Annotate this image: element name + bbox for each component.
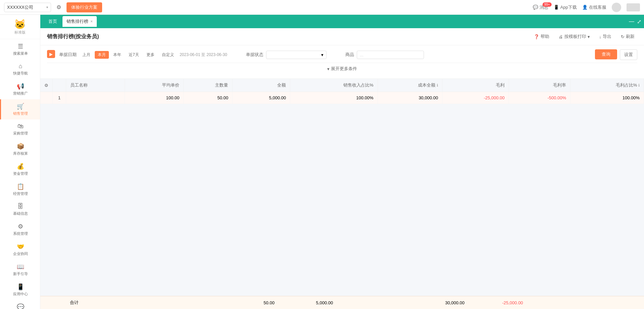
collab-icon: 🤝 bbox=[17, 243, 24, 250]
tab-minimize-button[interactable]: — bbox=[629, 18, 634, 24]
sidebar-item-base[interactable]: 🗄 基础信息 bbox=[0, 200, 40, 219]
date-current-btn[interactable]: 本月 bbox=[95, 51, 109, 59]
date-prev-btn[interactable]: 上月 bbox=[79, 51, 93, 59]
sidebar-item-apps[interactable]: 📱 应用中心 bbox=[0, 280, 40, 300]
tab-sales-ranking[interactable]: 销售排行榜 × bbox=[62, 16, 97, 27]
user-name[interactable] bbox=[627, 3, 640, 11]
refresh-button[interactable]: ↻ 刷新 bbox=[618, 32, 637, 41]
message-badge: 99+ bbox=[543, 2, 552, 7]
sidebar-item-wechat[interactable]: 💬 企业微信 bbox=[0, 300, 40, 309]
sidebar-item-collab[interactable]: 🤝 企业协同 bbox=[0, 240, 40, 260]
marketing-icon: 📢 bbox=[17, 83, 24, 90]
inventory-icon: 📦 bbox=[17, 143, 24, 150]
td-qty: 50.00 bbox=[184, 92, 232, 104]
sidebar: 🐱 标准版 ☰ 搜索菜单 ⌂ 快捷导航 📢 营销推广 🛒 销售管理 🛍 采购管理… bbox=[0, 15, 40, 309]
print-button[interactable]: 🖨 按模板打印 ▾ bbox=[556, 32, 593, 41]
content-area: 首页 销售排行榜 × — ⤢ 销售排行榜(按业务员) ❓ 帮助 bbox=[40, 15, 644, 309]
table-wrapper[interactable]: ⚙ 员工名称 平均单价 主数量 全额 销售收入占比% 成本全额 ℹ 毛 bbox=[40, 79, 644, 296]
td-profit: -25,000.00 bbox=[442, 92, 509, 104]
td-sales-pct: 100.00% bbox=[290, 92, 378, 104]
refresh-icon: ↻ bbox=[621, 34, 625, 39]
sidebar-item-marketing[interactable]: 📢 营销推广 bbox=[0, 79, 40, 99]
filter-expand-arrow[interactable]: ▶ bbox=[47, 50, 55, 58]
th-sales-pct: 销售收入占比% bbox=[290, 79, 378, 92]
date-custom-btn[interactable]: 自定义 bbox=[159, 51, 177, 59]
date-7days-btn[interactable]: 近7天 bbox=[126, 51, 142, 59]
sidebar-item-sales[interactable]: 🛒 销售管理 bbox=[0, 99, 40, 119]
system-icon: ⚙ bbox=[18, 223, 23, 230]
expand-row: ▾ 展开更多条件 bbox=[47, 63, 637, 74]
sidebar-item-inventory[interactable]: 📦 库存核算 bbox=[0, 139, 40, 159]
th-profit-pct: 毛利占比% ℹ bbox=[570, 79, 644, 92]
help-icon: ❓ bbox=[534, 34, 539, 39]
finance-icon: 💰 bbox=[17, 163, 24, 170]
sidebar-item-business[interactable]: 📋 经营管理 bbox=[0, 179, 40, 200]
th-qty: 主数量 bbox=[184, 79, 232, 92]
export-button[interactable]: ↓ 导出 bbox=[597, 32, 614, 41]
date-year-btn[interactable]: 本年 bbox=[110, 51, 124, 59]
expand-more-button[interactable]: ▾ 展开更多条件 bbox=[327, 66, 357, 72]
apps-icon: 📱 bbox=[17, 283, 24, 291]
sidebar-item-guide[interactable]: 📖 新手引导 bbox=[0, 260, 40, 280]
filter-actions: 查询 设置 bbox=[595, 49, 637, 60]
company-selector[interactable]: XXXXXX公司 ▾ bbox=[4, 3, 51, 12]
date-more-btn[interactable]: 更多 bbox=[143, 51, 158, 59]
sidebar-item-purchase[interactable]: 🛍 采购管理 bbox=[0, 119, 40, 139]
tab-close-icon[interactable]: × bbox=[90, 19, 93, 24]
table-footer: 合计 50.00 5,000.00 30,000.00 -25,000.00 bbox=[40, 296, 644, 309]
sidebar-logo: 🐱 标准版 bbox=[0, 15, 40, 39]
filter-area: ▶ 单据日期 上月 本月 本年 近7天 更多 bbox=[40, 45, 644, 79]
export-icon: ↓ bbox=[599, 34, 602, 39]
sidebar-label-purchase: 采购管理 bbox=[13, 131, 28, 136]
top-bar: XXXXXX公司 ▾ ⚙ 体验行业方案 💬 消息 99+ 📱 App下载 👤 在… bbox=[0, 0, 644, 15]
tab-bar: 首页 销售排行榜 × — ⤢ bbox=[40, 15, 644, 28]
trial-button[interactable]: 体验行业方案 bbox=[67, 2, 102, 12]
th-profit-rate: 毛利率 bbox=[509, 79, 570, 92]
goods-input[interactable]: ... bbox=[357, 51, 424, 59]
sidebar-item-shortcut[interactable]: ⌂ 快捷导航 bbox=[0, 59, 40, 79]
sidebar-item-finance[interactable]: 💰 资金管理 bbox=[0, 159, 40, 179]
th-name: 员工名称 bbox=[66, 79, 125, 92]
service-button[interactable]: 👤 在线客服 bbox=[582, 4, 606, 10]
help-button[interactable]: ❓ 帮助 bbox=[531, 32, 552, 41]
app-download-button[interactable]: 📱 App下载 bbox=[554, 4, 577, 10]
footer-label: 合计 bbox=[70, 300, 158, 306]
tab-home[interactable]: 首页 bbox=[43, 15, 62, 28]
footer-table: 合计 50.00 5,000.00 30,000.00 -25,000.00 bbox=[44, 300, 640, 306]
sidebar-item-search[interactable]: ☰ 搜索菜单 bbox=[0, 39, 40, 59]
goods-filter: 商品 ... bbox=[345, 51, 424, 59]
query-button[interactable]: 查询 bbox=[595, 49, 617, 59]
goods-value: ... bbox=[360, 52, 363, 57]
td-rank: 1 bbox=[53, 92, 66, 104]
th-settings[interactable]: ⚙ bbox=[40, 79, 53, 92]
expand-icon: ▾ bbox=[327, 66, 330, 71]
goods-label: 商品 bbox=[345, 52, 354, 58]
sidebar-label-finance: 资金管理 bbox=[13, 171, 28, 176]
th-rank bbox=[53, 79, 66, 92]
th-amount: 全额 bbox=[232, 79, 290, 92]
message-button[interactable]: 💬 消息 99+ bbox=[533, 4, 548, 10]
page-content: 销售排行榜(按业务员) ❓ 帮助 🖨 按模板打印 ▾ ↓ 导出 bbox=[40, 28, 644, 309]
sidebar-item-system[interactable]: ⚙ 系统管理 bbox=[0, 219, 40, 240]
status-select[interactable]: ▾ bbox=[266, 51, 327, 59]
settings-icon[interactable]: ⚙ bbox=[54, 2, 64, 12]
table-section: ⚙ 员工名称 平均单价 主数量 全额 销售收入占比% 成本全额 ℹ 毛 bbox=[40, 79, 644, 309]
tab-maximize-button[interactable]: ⤢ bbox=[637, 18, 641, 25]
th-avg-price: 平均单价 bbox=[125, 79, 184, 92]
page-actions: ❓ 帮助 🖨 按模板打印 ▾ ↓ 导出 ↻ 刷新 bbox=[531, 32, 638, 41]
service-label: 在线客服 bbox=[589, 4, 606, 10]
filter-settings-button[interactable]: 设置 bbox=[620, 49, 637, 60]
footer-amount: 5,000.00 bbox=[274, 300, 333, 306]
avatar[interactable] bbox=[612, 3, 621, 12]
sidebar-label-apps: 应用中心 bbox=[13, 292, 28, 297]
service-icon: 👤 bbox=[582, 5, 588, 10]
td-settings bbox=[40, 92, 53, 104]
sidebar-label-collab: 企业协同 bbox=[13, 251, 28, 256]
td-avg-price: 100.00 bbox=[125, 92, 184, 104]
sidebar-label-system: 系统管理 bbox=[13, 231, 28, 236]
message-icon: 💬 bbox=[533, 5, 538, 10]
th-cost: 成本全额 ℹ bbox=[378, 79, 442, 92]
wechat-icon: 💬 bbox=[17, 303, 24, 309]
footer-profit-pct bbox=[582, 300, 640, 306]
date-range-display: 2023-06-01 至 2023-06-30 bbox=[180, 52, 227, 58]
